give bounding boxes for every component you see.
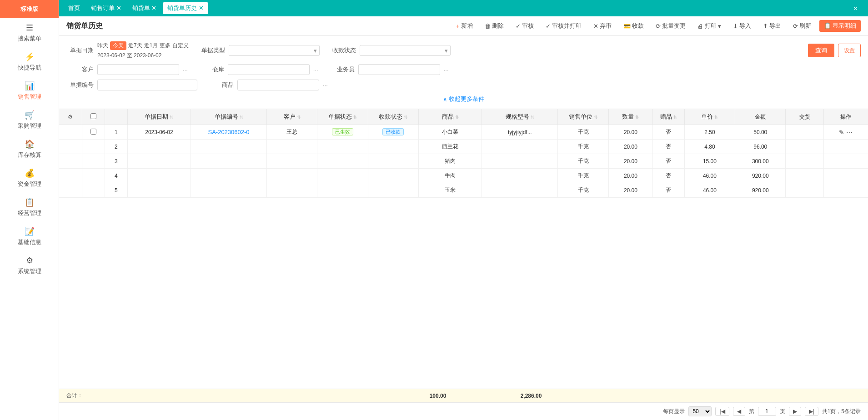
- cell-doc-no[interactable]: [191, 169, 267, 183]
- sidebar-item-inventory[interactable]: 🏠 库存核算: [0, 135, 59, 164]
- th-doc-status[interactable]: 单据状态⇅: [317, 109, 368, 125]
- collapse-button[interactable]: ∧ 收起更多条件: [443, 95, 484, 103]
- cell-check[interactable]: [82, 140, 105, 154]
- cell-doc-no[interactable]: [191, 154, 267, 169]
- th-gear[interactable]: ⚙: [59, 109, 82, 125]
- cell-doc-no[interactable]: [191, 140, 267, 154]
- cell-check[interactable]: [82, 169, 105, 183]
- customer-dots[interactable]: ···: [183, 66, 188, 73]
- cell-trade: [786, 154, 824, 169]
- close-sales-history-tab[interactable]: ✕: [199, 5, 204, 11]
- goods-sort-icon[interactable]: ⇅: [455, 115, 459, 120]
- gift-sort-icon[interactable]: ⇅: [673, 115, 677, 120]
- sidebar-item-search-menu[interactable]: ☰ 搜索菜单: [0, 18, 59, 47]
- more-icon[interactable]: ⋯: [846, 129, 853, 136]
- import-button[interactable]: ⬇ 导入: [729, 20, 755, 32]
- th-goods[interactable]: 商品⇅: [419, 109, 482, 125]
- receive-button[interactable]: 💳 收款: [620, 20, 647, 32]
- th-pay-status[interactable]: 收款状态⇅: [368, 109, 418, 125]
- pay-status-select[interactable]: [360, 45, 451, 56]
- th-price[interactable]: 单价⇅: [684, 109, 735, 125]
- date-link-more[interactable]: 更多: [160, 42, 171, 50]
- new-button[interactable]: + 新增: [452, 20, 477, 32]
- audit-button[interactable]: ✓ 审核: [512, 20, 537, 32]
- th-spec[interactable]: 规格型号⇅: [482, 109, 558, 125]
- select-all-checkbox[interactable]: [90, 113, 96, 119]
- th-doc-no[interactable]: 单据编号⇅: [191, 109, 267, 125]
- spec-sort-icon[interactable]: ⇅: [531, 115, 534, 120]
- batch-change-button[interactable]: ⟳ 批量变更: [652, 20, 689, 32]
- goods-dots[interactable]: ···: [323, 82, 328, 89]
- th-check[interactable]: [82, 109, 105, 125]
- price-sort-icon[interactable]: ⇅: [714, 115, 718, 120]
- th-unit[interactable]: 销售单位⇅: [558, 109, 608, 125]
- cell-doc-no[interactable]: [191, 183, 267, 198]
- cell-qty: 20.00: [608, 183, 652, 198]
- delete-button[interactable]: 🗑 删除: [481, 20, 507, 32]
- first-page-btn[interactable]: |◀: [715, 407, 729, 416]
- prev-page-btn[interactable]: ◀: [733, 407, 745, 416]
- th-qty[interactable]: 数量⇅: [608, 109, 652, 125]
- salesperson-dots[interactable]: ···: [444, 66, 449, 73]
- page-input[interactable]: [758, 407, 776, 416]
- cell-check[interactable]: [82, 183, 105, 198]
- customer-input[interactable]: [97, 64, 179, 75]
- table-row: 3 猪肉 千克 20.00 否 15.00 300.00: [59, 154, 868, 169]
- doc-type-select[interactable]: [229, 45, 320, 56]
- print-button[interactable]: 🖨 打印 ▾: [694, 20, 725, 32]
- query-button[interactable]: 查询: [808, 44, 834, 57]
- refresh-button[interactable]: ⟳ 刷新: [789, 20, 815, 32]
- sidebar-item-sales-mgmt[interactable]: 📊 销售管理: [0, 76, 59, 105]
- setting-button[interactable]: 设置: [838, 44, 861, 57]
- sidebar-item-quick-nav[interactable]: ⚡ 快捷导航: [0, 47, 59, 76]
- doc-no-link[interactable]: SA-20230602-0: [208, 129, 249, 135]
- tab-sales-goods[interactable]: 销货单 ✕: [128, 2, 161, 14]
- next-page-btn[interactable]: ▶: [789, 407, 801, 416]
- date-link-today[interactable]: 今天: [110, 41, 126, 50]
- audit-print-button[interactable]: ✓ 审核并打印: [542, 20, 585, 32]
- pay-status-sort-icon[interactable]: ⇅: [404, 115, 407, 120]
- th-trade: 交货: [786, 109, 824, 125]
- customer-sort-icon[interactable]: ⇅: [297, 115, 301, 120]
- export-button[interactable]: ⬆ 导出: [759, 20, 785, 32]
- warehouse-dots[interactable]: ···: [313, 66, 318, 73]
- doc-no-sort-icon[interactable]: ⇅: [240, 115, 243, 120]
- th-gift[interactable]: 赠品⇅: [653, 109, 685, 125]
- sidebar: 标准版 ☰ 搜索菜单 ⚡ 快捷导航 📊 销售管理 🛒 采购管理 🏠 库存核算 💰…: [0, 0, 59, 420]
- date-link-custom[interactable]: 自定义: [172, 42, 189, 50]
- warehouse-input[interactable]: [228, 64, 310, 75]
- sidebar-item-system-mgmt[interactable]: ⚙ 系统管理: [0, 251, 59, 280]
- goods-input[interactable]: [237, 80, 319, 90]
- sidebar-item-operations[interactable]: 📋 经营管理: [0, 193, 59, 222]
- tab-sales-order[interactable]: 销售订单 ✕: [86, 2, 126, 14]
- close-sales-goods-tab[interactable]: ✕: [151, 5, 156, 11]
- date-sort-icon[interactable]: ⇅: [170, 115, 173, 120]
- date-link-1month[interactable]: 近1月: [144, 42, 158, 50]
- cell-check[interactable]: [82, 125, 105, 140]
- last-page-btn[interactable]: ▶|: [805, 407, 818, 416]
- salesperson-input[interactable]: [358, 64, 440, 75]
- doc-status-sort-icon[interactable]: ⇅: [353, 115, 357, 120]
- date-link-7days[interactable]: 近7天: [128, 42, 142, 50]
- show-detail-button[interactable]: 📋 显示明细: [819, 20, 861, 32]
- per-page-select[interactable]: 50 100 200: [688, 406, 712, 416]
- table-scroll[interactable]: ⚙ 单据日期⇅ 单据编号⇅ 客户⇅ 单据状态⇅: [59, 109, 868, 389]
- date-link-yesterday[interactable]: 昨天: [97, 42, 108, 50]
- sidebar-item-finance[interactable]: 💰 资金管理: [0, 164, 59, 193]
- sidebar-item-purchase-mgmt[interactable]: 🛒 采购管理: [0, 105, 59, 135]
- doc-no-input[interactable]: [97, 80, 197, 90]
- abandon-button[interactable]: ✕ 弃审: [590, 20, 615, 32]
- sidebar-item-basic-info[interactable]: 📝 基础信息: [0, 222, 59, 251]
- tab-sales-history[interactable]: 销货单历史 ✕: [163, 2, 208, 14]
- th-customer[interactable]: 客户⇅: [267, 109, 317, 125]
- close-all-tabs[interactable]: ✕: [848, 5, 863, 12]
- unit-sort-icon[interactable]: ⇅: [594, 115, 597, 120]
- tab-home[interactable]: 首页: [64, 2, 85, 14]
- cell-doc-no[interactable]: SA-20230602-0: [191, 125, 267, 140]
- qty-sort-icon[interactable]: ⇅: [635, 115, 639, 120]
- edit-icon[interactable]: ✎: [839, 129, 844, 136]
- th-date[interactable]: 单据日期⇅: [127, 109, 191, 125]
- cell-check[interactable]: [82, 154, 105, 169]
- row-checkbox[interactable]: [90, 129, 96, 135]
- close-sales-order-tab[interactable]: ✕: [116, 5, 121, 11]
